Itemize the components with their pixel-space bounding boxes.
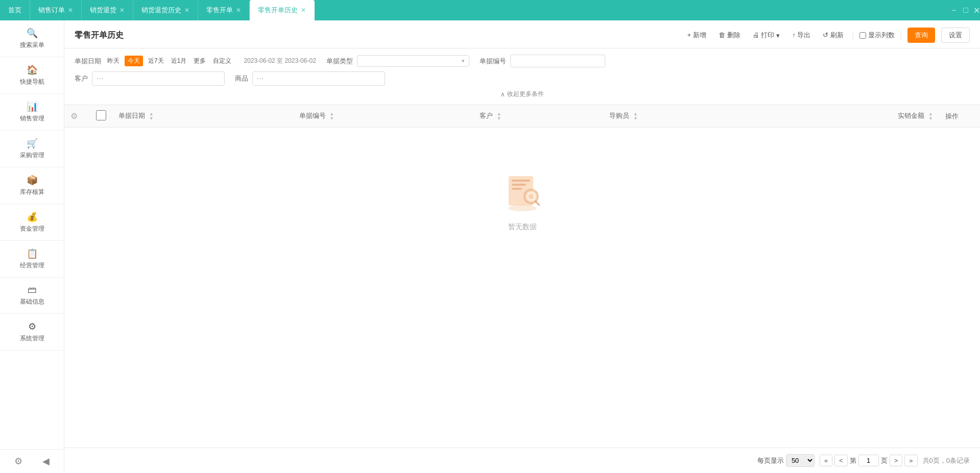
sidebar-item-purchase[interactable]: 🛒 采购管理 xyxy=(0,131,64,167)
th-date[interactable]: 单据日期 ▲▼ xyxy=(112,105,293,128)
date-opt-yesterday[interactable]: 昨天 xyxy=(105,56,122,66)
filter-bill-no-input[interactable] xyxy=(510,55,605,67)
sidebar-item-system[interactable]: ⚙ 系统管理 xyxy=(0,314,64,351)
tab-retail-open-close[interactable]: ✕ xyxy=(236,7,241,14)
refresh-button[interactable]: ↺ 刷新 xyxy=(820,29,847,42)
filter-customer-select[interactable]: ··· xyxy=(92,71,225,86)
tab-sales-order-close[interactable]: ✕ xyxy=(68,7,73,14)
sidebar-item-system-label: 系统管理 xyxy=(20,334,44,343)
tab-sales-return-history-label: 销货退货历史 xyxy=(141,6,181,15)
filter-customer-label: 客户 xyxy=(75,74,88,83)
sort-customer-icon[interactable]: ▲▼ xyxy=(497,112,501,121)
toolbar-divider xyxy=(853,31,853,39)
settings-button[interactable]: 设置 xyxy=(941,28,970,43)
select-all-checkbox[interactable] xyxy=(96,110,106,120)
print-button-label: 🖨 打印 xyxy=(753,31,775,40)
sort-date-icon[interactable]: ▲▼ xyxy=(149,112,154,121)
date-range-display: 2023-06-02 至 2023-06-02 xyxy=(244,57,316,65)
tab-retail-open-history-close[interactable]: ✕ xyxy=(301,7,306,14)
print-button[interactable]: 🖨 打印 ▾ xyxy=(750,29,783,42)
per-page-label: 每页显示 xyxy=(757,456,784,465)
tab-retail-open[interactable]: 零售开单 ✕ xyxy=(198,0,250,20)
page-number-input[interactable] xyxy=(858,455,879,466)
tab-retail-open-history[interactable]: 零售开单历史 ✕ xyxy=(250,0,315,20)
per-page-dropdown[interactable]: 50 10 20 100 xyxy=(786,454,815,467)
tab-sales-return-history-close[interactable]: ✕ xyxy=(184,7,189,14)
sidebar-item-finance[interactable]: 💰 资金管理 xyxy=(0,204,64,241)
sidebar-item-sales[interactable]: 📊 销售管理 xyxy=(0,94,64,131)
tab-sales-order-label: 销售订单 xyxy=(38,6,65,15)
display-cols-checkbox[interactable]: 显示列数 xyxy=(859,31,895,40)
sidebar-item-nav[interactable]: 🏠 快捷导航 xyxy=(0,57,64,94)
tab-sales-return-close[interactable]: ✕ xyxy=(119,7,125,14)
filter-bill-no-label: 单据编号 xyxy=(480,57,506,66)
empty-state: 暂无数据 xyxy=(64,128,980,262)
sales-icon: 📊 xyxy=(27,101,38,112)
first-page-button[interactable]: « xyxy=(820,455,832,466)
date-options: 昨天 今天 近7天 近1月 更多 自定义 xyxy=(105,56,233,66)
tab-sales-return[interactable]: 销货退货 ✕ xyxy=(82,0,133,20)
export-button-label: ↑ 导出 xyxy=(792,31,810,40)
sort-amount-icon[interactable]: ▲▼ xyxy=(928,112,933,121)
page-label: 第 xyxy=(850,456,856,465)
maximize-button[interactable]: □ xyxy=(963,6,968,15)
next-page-button[interactable]: > xyxy=(890,455,903,466)
export-button[interactable]: ↑ 导出 xyxy=(789,29,814,42)
col-action-label: 操作 xyxy=(945,112,959,120)
date-opt-today[interactable]: 今天 xyxy=(125,56,143,66)
col-amount-label: 实销金额 xyxy=(898,112,924,119)
sidebar-item-basic[interactable]: 🗃 基础信息 xyxy=(0,278,64,314)
sort-no-icon[interactable]: ▲▼ xyxy=(329,112,334,121)
finance-icon: 💰 xyxy=(27,211,38,222)
page-title: 零售开单历史 xyxy=(75,30,124,41)
minimize-button[interactable]: － xyxy=(950,5,958,16)
add-button-label: + 新增 xyxy=(687,31,706,40)
search-icon: 🔍 xyxy=(27,28,38,39)
col-customer-label: 客户 xyxy=(480,112,493,119)
tab-retail-open-label: 零售开单 xyxy=(206,6,233,15)
th-no[interactable]: 单据编号 ▲▼ xyxy=(293,105,474,128)
query-button[interactable]: 查询 xyxy=(907,28,935,43)
collapse-more-btn[interactable]: ∧ 收起更多条件 xyxy=(75,90,970,98)
sidebar-item-nav-label: 快捷导航 xyxy=(20,78,44,86)
close-button[interactable]: ✕ xyxy=(973,6,980,15)
date-opt-custom[interactable]: 自定义 xyxy=(211,56,233,66)
display-cols-input[interactable] xyxy=(859,32,866,39)
tab-retail-open-history-label: 零售开单历史 xyxy=(258,6,298,15)
filter-goods-select[interactable]: ··· xyxy=(252,71,385,86)
home-icon: 🏠 xyxy=(27,64,38,76)
tab-sales-order[interactable]: 销售订单 ✕ xyxy=(30,0,82,20)
sort-salesperson-icon[interactable]: ▲▼ xyxy=(633,112,638,121)
th-salesperson[interactable]: 导购员 ▲▼ xyxy=(603,105,758,128)
sidebar-item-inventory[interactable]: 📦 库存核算 xyxy=(0,167,64,204)
filter-row-1: 单据日期 昨天 今天 近7天 近1月 更多 自定义 2023-06-02 至 2… xyxy=(75,55,970,67)
filter-row-2: 客户 ··· 商品 ··· xyxy=(75,71,970,86)
filter-area: 单据日期 昨天 今天 近7天 近1月 更多 自定义 2023-06-02 至 2… xyxy=(64,48,980,105)
filter-bill-type-select[interactable]: ▾ xyxy=(357,55,469,67)
query-button-label: 查询 xyxy=(915,31,928,39)
toolbar-divider2 xyxy=(901,31,901,39)
prev-page-button[interactable]: < xyxy=(834,455,848,466)
add-button[interactable]: + 新增 xyxy=(684,29,709,42)
last-page-button[interactable]: » xyxy=(904,455,917,466)
inventory-icon: 📦 xyxy=(27,175,38,186)
collapse-sidebar-icon[interactable]: ◀ xyxy=(42,456,50,467)
settings-bottom-icon[interactable]: ⚙ xyxy=(14,456,22,467)
tab-sales-return-history[interactable]: 销货退货历史 ✕ xyxy=(133,0,198,20)
th-amount[interactable]: 实销金额 ▲▼ xyxy=(758,105,939,128)
delete-button[interactable]: 🗑 删除 xyxy=(715,29,744,42)
date-opt-last-month[interactable]: 近1月 xyxy=(169,56,189,66)
sidebar-item-inventory-label: 库存核算 xyxy=(20,188,44,196)
sidebar-item-operation[interactable]: 📋 经营管理 xyxy=(0,241,64,278)
col-no-label: 单据编号 xyxy=(299,112,326,119)
collapse-more-label: 收起更多条件 xyxy=(507,90,544,98)
date-opt-last7[interactable]: 近7天 xyxy=(146,56,166,66)
table-settings-icon[interactable]: ⚙ xyxy=(70,112,78,120)
th-customer[interactable]: 客户 ▲▼ xyxy=(473,105,603,128)
tab-home[interactable]: 首页 xyxy=(0,0,30,20)
svg-rect-3 xyxy=(512,184,526,186)
date-opt-more[interactable]: 更多 xyxy=(192,56,208,66)
filter-bill-type-label: 单据类型 xyxy=(326,57,353,66)
page-header: 零售开单历史 + 新增 🗑 删除 🖨 打印 ▾ ↑ 导出 ↺ 刷新 xyxy=(64,20,980,48)
sidebar-item-search[interactable]: 🔍 搜索采单 xyxy=(0,20,64,57)
